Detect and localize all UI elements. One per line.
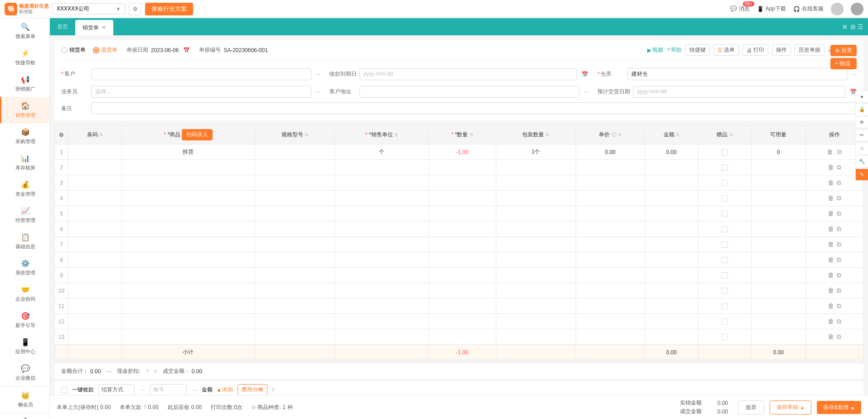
sidebar-settings-bottom[interactable]: ⚙ [0,413,49,419]
cell-unit[interactable]: 个 [335,144,429,160]
balance-due-info-icon[interactable]: ? [143,405,146,410]
copy-row-icon[interactable]: ⧉ [835,287,843,294]
radio-sales-order[interactable]: 销货单 [61,46,86,54]
sidebar-item-quick-nav[interactable]: ⚡ 快捷导航 [0,44,49,71]
copy-row-icon[interactable]: ⧉ [836,148,843,155]
delete-row-icon[interactable]: 🗑 [826,179,835,186]
copy-row-icon[interactable]: ⧉ [835,318,843,325]
cell-price[interactable]: 0.00 [576,144,645,160]
sidebar-item-operations[interactable]: 📈 经营管理 [0,202,49,228]
sidebar-item-marketing[interactable]: 📢 营销推广 [0,71,49,97]
user-avatar[interactable] [831,3,844,15]
shortcut-btn[interactable]: 快捷键 [685,44,710,56]
tab-home[interactable]: 首页 [50,18,75,35]
float-btn-1[interactable]: ● [855,91,868,102]
cell-product[interactable]: 拆货 [121,144,255,160]
float-btn-star[interactable]: ☆ [855,142,868,154]
cell-pkg-qty[interactable]: 1个 [496,144,576,160]
copy-row-icon[interactable]: ⧉ [835,179,843,186]
salesperson-input[interactable]: 选择... [91,86,311,98]
calendar-icon[interactable]: 📅 [183,47,190,53]
amount-sort[interactable]: ⇅ [676,132,679,137]
one-click-payment-check[interactable] [61,387,68,393]
warehouse-dots[interactable]: ··· [852,71,857,77]
settings-btn[interactable]: ⚙ 设置 [830,45,857,56]
cell-gift[interactable] [698,144,752,160]
operation-btn[interactable]: 操作 [772,44,791,56]
customer-address-input[interactable] [359,86,580,98]
logistics-btn[interactable]: + 物流 [830,58,857,69]
sidebar-item-search[interactable]: 🔍 搜索菜单 [0,18,49,44]
notification-area[interactable]: 💬 消息 99+ [730,5,749,13]
tab-list-icon[interactable]: ☰ [858,23,863,30]
copy-row-icon[interactable]: ⧉ [835,241,843,248]
copy-row-icon[interactable]: ⧉ [835,164,843,171]
sidebar-item-guide[interactable]: 🎯 新手引导 [0,307,49,333]
sidebar-item-purchase[interactable]: 📦 采购管理 [0,123,49,149]
sidebar-item-finance[interactable]: 💰 资金管理 [0,176,49,202]
delete-row-icon[interactable]: 🗑 [826,302,835,309]
price-info-icon[interactable]: ⓘ [611,132,616,137]
float-btn-lock[interactable]: 🔒 [855,103,868,116]
online-support-link[interactable]: 🎧 在线客服 [793,5,824,13]
customer-input[interactable] [91,68,311,80]
price-sort[interactable]: ⇅ [618,132,621,137]
sidebar-item-apps[interactable]: 📱 应用中心 [0,333,49,360]
delete-row-icon[interactable]: 🗑 [826,318,835,325]
delete-row-icon[interactable]: 🗑 [826,271,835,279]
video-link[interactable]: ▶ 视频 [647,46,663,54]
delete-row-icon[interactable]: 🗑 [826,333,835,340]
cell-amount[interactable]: 0.00 [645,144,698,160]
delete-row-icon[interactable]: 🗑 [826,194,835,202]
salesperson-dots[interactable]: ··· [316,89,320,95]
expected-delivery-input[interactable]: yyyy-mm-dd [633,86,845,98]
copy-row-icon[interactable]: ⧉ [835,194,843,202]
copy-row-icon[interactable]: ⧉ [835,302,843,309]
copy-row-icon[interactable]: ⧉ [835,256,843,263]
float-btn-edit[interactable]: ✏ [855,129,868,141]
close-all-tabs-icon[interactable]: ✕ [842,23,848,31]
copy-row-icon[interactable]: ⧉ [835,333,843,340]
sidebar-item-system[interactable]: ⚙️ 系统管理 [0,255,49,281]
due-date-calendar-icon[interactable]: 📅 [582,71,588,77]
tab-sales-order[interactable]: 销货单 ✕ [75,20,113,35]
delete-row-icon[interactable]: 🗑 [826,256,835,263]
col-settings[interactable]: ⚙ [55,125,68,144]
sidebar-item-basic[interactable]: 📋 基础信息 [0,228,49,255]
delete-row-icon[interactable]: 🗑 [826,164,835,171]
tab-close-icon[interactable]: ✕ [102,24,106,31]
settlement-dots[interactable]: ··· [141,387,145,393]
qty-sort[interactable]: ⇅ [470,132,473,137]
delete-row-icon[interactable]: 🗑 [826,210,835,217]
due-date-input[interactable]: yyyy-mm-dd [359,68,577,80]
sidebar-item-sales[interactable]: 🏠 销售管理 [0,97,49,123]
cell-barcode[interactable] [68,144,122,160]
float-btn-orange[interactable]: ✎ [855,169,868,181]
add-payment-btn[interactable]: ● 添加 [217,386,233,394]
cell-quantity[interactable]: -1.00 [429,144,496,160]
float-btn-eye[interactable]: 👁 [855,116,868,128]
delete-row-icon[interactable]: 🗑 [826,225,835,232]
user-avatar-2[interactable] [851,3,863,15]
product-types-icon[interactable]: ⊙ [252,405,256,410]
address-dots[interactable]: ··· [584,89,588,95]
settlement-method-select[interactable]: 结算方式 [98,384,135,395]
delete-row-icon[interactable]: 🗑 [826,287,835,294]
history-btn[interactable]: 历史单据 [795,44,824,56]
sidebar-item-enterprise[interactable]: 🤝 企业协同 [0,281,49,307]
unit-sort[interactable]: ⇅ [394,132,398,137]
spec-sort[interactable]: ⇅ [305,132,308,137]
discount-info-icon[interactable]: ? [146,369,149,374]
barcode-sort[interactable]: ⇅ [99,132,103,137]
filter-btn[interactable]: ☰ 选单 [713,44,739,56]
account-dots[interactable]: ··· [193,387,197,393]
save-new-button[interactable]: 保存&新增 ▲ [817,401,861,414]
discard-button[interactable]: 放弃 [738,400,764,414]
copy-row-icon[interactable]: ⧉ [835,271,843,279]
cell-spec[interactable] [255,144,335,160]
expense-btn[interactable]: 费用分摊 [238,384,267,395]
pkg-sort[interactable]: ⇅ [546,132,549,137]
payment-help-icon[interactable]: ? [272,387,275,393]
sidebar-item-inventory[interactable]: 📊 库存核算 [0,149,49,176]
print-btn[interactable]: 🖨 打印 [742,44,768,56]
